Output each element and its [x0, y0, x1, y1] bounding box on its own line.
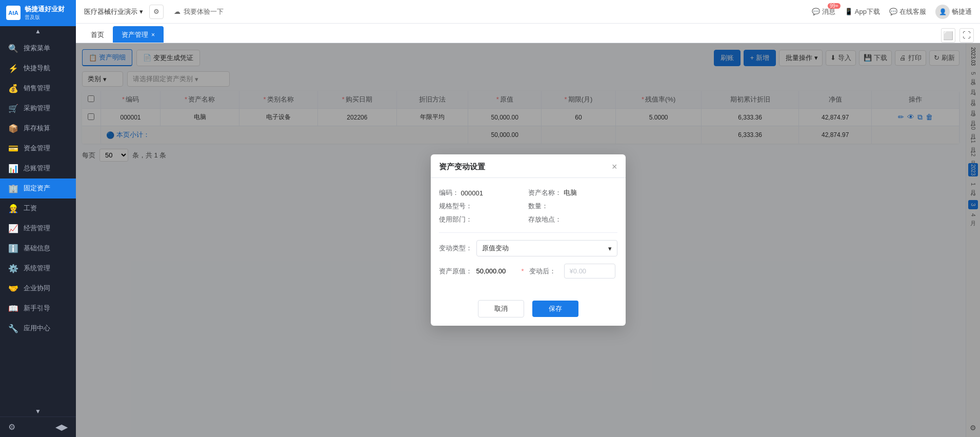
sidebar-item-label-finance: 资金管理	[24, 144, 50, 153]
tabs-right: ⬜ ⛶	[941, 28, 974, 43]
online-service-btn[interactable]: 💬 在线客服	[889, 7, 926, 16]
modal-title: 资产变动设置	[439, 162, 485, 172]
finance-icon: 💳	[8, 144, 18, 153]
sidebar-item-label-purchase: 采购管理	[24, 104, 50, 113]
company-name: 医疗器械行业演示 ▾	[84, 7, 143, 16]
search-icon: 🔍	[8, 44, 18, 53]
operations-icon: 📈	[8, 224, 18, 233]
sidebar-item-label-ledger: 总账管理	[24, 164, 50, 173]
modal-change-type-select[interactable]: 原值变动 ▾	[476, 240, 617, 256]
modal-overlay: 资产变动设置 × 编码： 000001 资产名称： 电脑	[76, 43, 980, 437]
modal-footer: 取消 保存	[431, 294, 626, 326]
sidebar-item-inventory[interactable]: 📦 库存核算	[0, 118, 76, 138]
modal-value-row: 资产原值： 50,000.00 * 变动后：	[439, 264, 617, 279]
sidebar-item-fixed-assets[interactable]: 🏢 固定资产	[0, 178, 76, 198]
app-edition: 普及版	[25, 14, 65, 21]
modal-quantity-field: 数量：	[528, 200, 617, 213]
message-btn[interactable]: 💬 消息 99+	[812, 7, 835, 16]
inventory-icon: 📦	[8, 124, 18, 133]
sidebar-item-label-operations: 经营管理	[24, 224, 50, 233]
sidebar-item-label-basic-info: 基础信息	[24, 244, 50, 253]
sidebar-item-label-quick-nav: 快捷导航	[24, 64, 50, 73]
modal-dept-field: 使用部门：	[439, 213, 528, 226]
sidebar-item-label-sales: 销售管理	[24, 84, 50, 93]
modal-code-field: 编码： 000001	[439, 186, 528, 200]
sidebar-item-guide[interactable]: 📖 新手引导	[0, 299, 76, 319]
modal-header: 资产变动设置 ×	[431, 154, 626, 178]
topbar: 医疗器械行业演示 ▾ ⚙ ☁ 我要体验一下 💬 消息 99+ 📱 App下载 💬…	[76, 0, 980, 24]
purchase-icon: 🛒	[8, 104, 18, 113]
sidebar-item-label-fixed-assets: 固定资产	[24, 184, 50, 193]
change-type-arrow-icon: ▾	[608, 245, 612, 252]
main-content: 医疗器械行业演示 ▾ ⚙ ☁ 我要体验一下 💬 消息 99+ 📱 App下载 💬…	[76, 0, 980, 437]
sidebar-item-quick-nav[interactable]: ⚡ 快捷导航	[0, 58, 76, 78]
tab-close-icon[interactable]: ×	[151, 31, 155, 38]
sidebar-item-label-apps: 应用中心	[24, 324, 50, 333]
experience-btn[interactable]: ☁ 我要体验一下	[174, 7, 224, 16]
user-avatar: 👤	[935, 5, 950, 19]
settings-icon[interactable]: ⚙	[8, 422, 15, 432]
sidebar-item-sales[interactable]: 💰 销售管理	[0, 78, 76, 98]
tab-home[interactable]: 首页	[82, 26, 113, 43]
sidebar-scroll-up[interactable]: ▲	[0, 26, 76, 36]
modal-location-field: 存放地点：	[528, 213, 617, 226]
sidebar-item-label-system: 系统管理	[24, 264, 50, 273]
sidebar-item-label-enterprise: 企业协同	[24, 284, 50, 293]
enterprise-icon: 🤝	[8, 284, 18, 293]
modal-info-grid: 编码： 000001 资产名称： 电脑 规格型号： 数量：	[439, 186, 617, 233]
sidebar-item-basic-info[interactable]: ℹ️ 基础信息	[0, 239, 76, 259]
tab-restore-btn[interactable]: ⬜	[941, 28, 955, 43]
modal-asset-change: 资产变动设置 × 编码： 000001 资产名称： 电脑	[431, 154, 626, 326]
tab-expand-btn[interactable]: ⛶	[959, 28, 974, 43]
sidebar-item-system[interactable]: ⚙️ 系统管理	[0, 259, 76, 279]
modal-asset-name-field: 资产名称： 电脑	[528, 186, 617, 200]
guide-icon: 📖	[8, 304, 18, 313]
sidebar-nav: 🔍 搜索菜单⚡ 快捷导航💰 销售管理🛒 采购管理📦 库存核算💳 资金管理📊 总账…	[0, 36, 76, 406]
sidebar-item-label-inventory: 库存核算	[24, 124, 50, 133]
sidebar-header: AtA 畅捷通好业财 普及版	[0, 0, 76, 26]
sidebar-item-purchase[interactable]: 🛒 采购管理	[0, 98, 76, 118]
sidebar-item-apps[interactable]: 🔧 应用中心	[0, 319, 76, 339]
app-info: 畅捷通好业财 普及版	[25, 5, 65, 21]
quick-nav-icon: ⚡	[8, 64, 18, 73]
logo-icon: AtA	[6, 6, 21, 20]
modal-cancel-btn[interactable]: 取消	[478, 300, 524, 317]
sidebar-item-label-search: 搜索菜单	[24, 44, 50, 53]
topbar-settings-btn[interactable]: ⚙	[149, 5, 164, 19]
sidebar-item-salary[interactable]: 👷 工资	[0, 198, 76, 218]
sidebar-item-label-guide: 新手引导	[24, 304, 50, 313]
sidebar: AtA 畅捷通好业财 普及版 ▲ 🔍 搜索菜单⚡ 快捷导航💰 销售管理🛒 采购管…	[0, 0, 76, 437]
topbar-right: 💬 消息 99+ 📱 App下载 💬 在线客服 👤 畅捷通	[812, 5, 972, 19]
modal-spec-field: 规格型号：	[439, 200, 528, 213]
sidebar-item-finance[interactable]: 💳 资金管理	[0, 138, 76, 158]
app-download-btn[interactable]: 📱 App下载	[845, 7, 880, 16]
tabs-bar: 首页 资产管理 × ⬜ ⛶	[76, 24, 980, 43]
app-name: 畅捷通好业财	[25, 5, 65, 14]
salary-icon: 👷	[8, 204, 18, 213]
basic-info-icon: ℹ️	[8, 244, 18, 253]
sales-icon: 💰	[8, 84, 18, 93]
collapse-icon[interactable]: ◀▶	[55, 422, 68, 432]
modal-change-type-row: 变动类型： 原值变动 ▾	[439, 240, 617, 256]
sidebar-item-enterprise[interactable]: 🤝 企业协同	[0, 279, 76, 299]
sidebar-item-operations[interactable]: 📈 经营管理	[0, 218, 76, 239]
modal-after-change-input[interactable]	[564, 264, 615, 279]
sidebar-item-label-salary: 工资	[24, 204, 37, 213]
user-info[interactable]: 👤 畅捷通	[935, 5, 972, 19]
modal-body: 编码： 000001 资产名称： 电脑 规格型号： 数量：	[431, 178, 626, 294]
sidebar-scroll-down[interactable]: ▼	[0, 406, 76, 416]
sidebar-item-search[interactable]: 🔍 搜索菜单	[0, 38, 76, 58]
page-area: 📋 资产明细 📄 变更生成凭证 刷账 + 新增 批量操作	[76, 43, 980, 437]
system-icon: ⚙️	[8, 264, 18, 273]
sidebar-item-ledger[interactable]: 📊 总账管理	[0, 158, 76, 178]
ledger-icon: 📊	[8, 164, 18, 173]
apps-icon: 🔧	[8, 324, 18, 333]
sidebar-footer: ⚙ ◀▶	[0, 416, 76, 437]
modal-close-btn[interactable]: ×	[612, 162, 617, 172]
modal-save-btn[interactable]: 保存	[532, 301, 578, 317]
tab-asset-management[interactable]: 资产管理 ×	[113, 26, 164, 43]
company-dropdown-icon[interactable]: ▾	[139, 8, 143, 15]
fixed-assets-icon: 🏢	[8, 184, 18, 193]
